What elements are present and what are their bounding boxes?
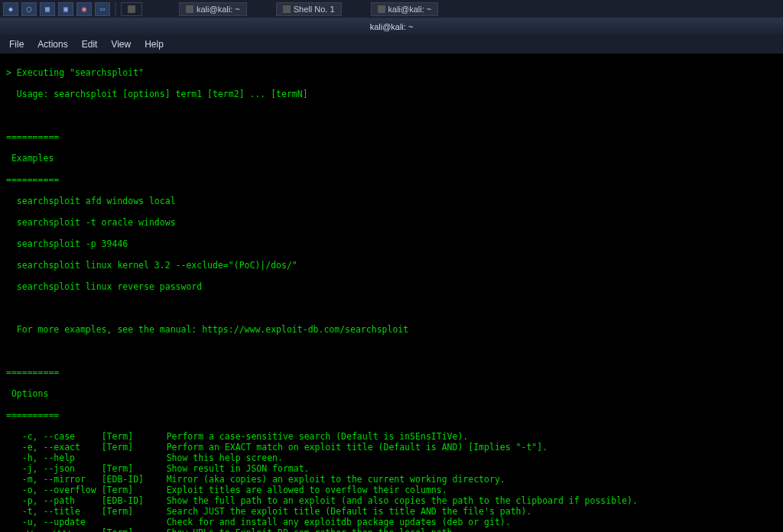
option-row: -p, --path [EDB-ID] Show the full path t… bbox=[6, 495, 777, 506]
taskbar-tab-label: kali@kali: ~ bbox=[197, 5, 240, 14]
option-row: -j, --json [Term] Show result in JSON fo… bbox=[6, 463, 777, 474]
option-flag: -t, --title bbox=[6, 506, 102, 517]
taskbar-window-2[interactable]: Shell No. 1 bbox=[276, 2, 342, 16]
option-desc: Search JUST the exploit title (Default i… bbox=[167, 506, 532, 517]
menu-view[interactable]: View bbox=[111, 39, 131, 50]
terminal-icon bbox=[378, 5, 385, 13]
blank-line bbox=[6, 345, 777, 356]
option-desc: Show URLs to Exploit-DB.com rather than … bbox=[167, 527, 458, 532]
blank-line bbox=[6, 110, 777, 121]
window-titlebar[interactable]: kali@kali: ~ bbox=[0, 18, 783, 35]
options-list: -c, --case [Term] Perform a case-sensiti… bbox=[6, 431, 777, 532]
option-desc: Exploit titles are allowed to overflow t… bbox=[167, 485, 447, 495]
option-arg: [EDB-ID] bbox=[102, 495, 167, 506]
option-arg: [Term] bbox=[102, 431, 167, 442]
more-examples-line: For more examples, see the manual: https… bbox=[6, 324, 777, 335]
option-row: -u, --update Check for and install any e… bbox=[6, 517, 777, 527]
files-icon[interactable]: ▦ bbox=[40, 2, 55, 16]
option-flag: -c, --case bbox=[6, 431, 102, 442]
window-thumb-icon bbox=[128, 5, 135, 13]
example-line: searchsploit -p 39446 bbox=[6, 238, 777, 249]
terminal-icon bbox=[283, 5, 291, 13]
option-flag: -w, --www bbox=[6, 527, 102, 532]
window-title: kali@kali: ~ bbox=[370, 22, 414, 31]
taskbar-tab-label: Shell No. 1 bbox=[294, 5, 335, 14]
option-arg bbox=[102, 453, 167, 463]
option-arg: [Term] bbox=[102, 506, 167, 517]
menu-edit[interactable]: Edit bbox=[82, 39, 98, 50]
separator: ========== bbox=[6, 410, 777, 420]
option-arg: [Term] bbox=[102, 463, 167, 474]
menu-bar: File Actions Edit View Help bbox=[0, 35, 783, 54]
terminal-icon bbox=[186, 5, 193, 13]
option-flag: -u, --update bbox=[6, 517, 102, 527]
option-flag: -o, --overflow bbox=[6, 485, 102, 495]
taskbar-window-active[interactable] bbox=[121, 2, 142, 16]
browser-icon[interactable]: ◉ bbox=[76, 2, 92, 16]
menu-file[interactable]: File bbox=[9, 39, 24, 50]
option-desc: Check for and install any exploitdb pack… bbox=[167, 517, 511, 527]
taskbar-window-1[interactable]: kali@kali: ~ bbox=[179, 2, 247, 16]
window-list-icon[interactable]: ▢ bbox=[21, 2, 37, 16]
option-arg: [Term] bbox=[102, 442, 167, 453]
option-flag: -m, --mirror bbox=[6, 474, 102, 485]
menu-help[interactable]: Help bbox=[145, 39, 164, 50]
taskbar-tab-label: kali@kali: ~ bbox=[388, 5, 432, 14]
option-flag: -e, --exact bbox=[6, 442, 102, 453]
terminal-output[interactable]: > Executing "searchsploit" Usage: search… bbox=[0, 54, 783, 532]
os-taskbar: ◆ ▢ ▦ ▣ ◉ ▭ kali@kali: ~ Shell No. 1 kal… bbox=[0, 0, 783, 18]
option-desc: Mirror (aka copies) an exploit to the cu… bbox=[167, 474, 505, 485]
section-header-options: Options bbox=[6, 388, 777, 399]
option-row: -m, --mirror [EDB-ID] Mirror (aka copies… bbox=[6, 474, 777, 485]
option-desc: Show result in JSON format. bbox=[167, 463, 310, 474]
option-arg: [Term] bbox=[102, 527, 167, 532]
option-desc: Show the full path to an exploit (and al… bbox=[167, 495, 638, 506]
option-desc: Show this help screen. bbox=[167, 453, 283, 463]
option-desc: Perform an EXACT match on exploit title … bbox=[167, 442, 548, 453]
separator: ========== bbox=[6, 131, 777, 142]
taskbar-separator bbox=[115, 2, 116, 16]
example-line: searchsploit linux kernel 3.2 --exclude=… bbox=[6, 260, 777, 271]
option-row: -h, --help Show this help screen. bbox=[6, 453, 777, 463]
exec-line: > Executing "searchsploit" bbox=[6, 67, 777, 78]
option-row: -e, --exact [Term] Perform an EXACT matc… bbox=[6, 442, 777, 453]
option-row: -w, --www [Term] Show URLs to Exploit-DB… bbox=[6, 527, 777, 532]
option-row: -t, --title [Term] Search JUST the explo… bbox=[6, 506, 777, 517]
option-flag: -j, --json bbox=[6, 463, 102, 474]
terminal-launcher-icon[interactable]: ▣ bbox=[58, 2, 73, 16]
separator: ========== bbox=[6, 174, 777, 185]
example-line: searchsploit -t oracle windows bbox=[6, 217, 777, 228]
option-flag: -h, --help bbox=[6, 453, 102, 463]
blank-line bbox=[6, 303, 777, 313]
option-desc: Perform a case-sensitive search (Default… bbox=[167, 431, 469, 442]
option-flag: -p, --path bbox=[6, 495, 102, 506]
separator: ========== bbox=[6, 367, 777, 378]
workspace-icon[interactable]: ▭ bbox=[95, 2, 110, 16]
usage-line: Usage: searchsploit [options] term1 [ter… bbox=[6, 89, 777, 99]
option-arg: [EDB-ID] bbox=[102, 474, 167, 485]
app-menu-icon[interactable]: ◆ bbox=[3, 2, 18, 16]
option-row: -c, --case [Term] Perform a case-sensiti… bbox=[6, 431, 777, 442]
example-line: searchsploit afd windows local bbox=[6, 196, 777, 206]
example-line: searchsploit linux reverse password bbox=[6, 281, 777, 292]
section-header-examples: Examples bbox=[6, 153, 777, 164]
option-arg bbox=[102, 517, 167, 527]
option-arg: [Term] bbox=[102, 485, 167, 495]
option-row: -o, --overflow [Term] Exploit titles are… bbox=[6, 485, 777, 495]
menu-actions[interactable]: Actions bbox=[37, 39, 67, 50]
taskbar-window-3[interactable]: kali@kali: ~ bbox=[371, 2, 439, 16]
